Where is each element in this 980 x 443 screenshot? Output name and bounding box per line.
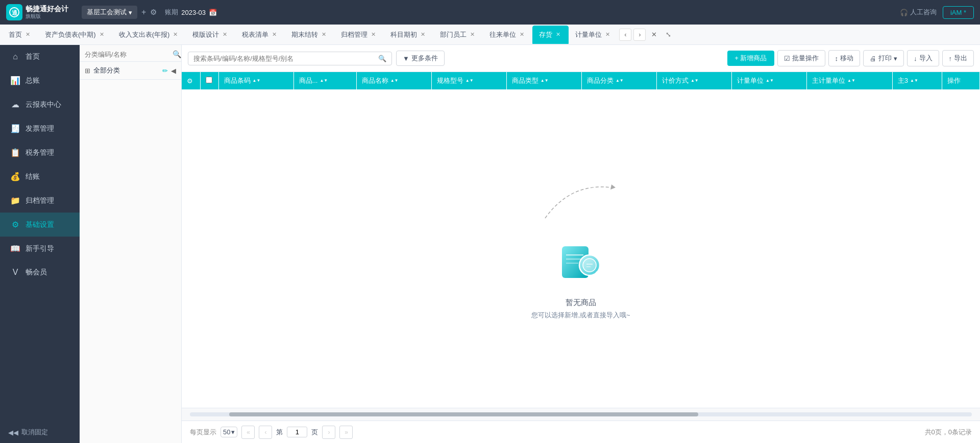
tab-balance-sheet-close[interactable]: ✕ — [98, 31, 106, 38]
th-type: 商品类型 ▲▼ — [506, 72, 581, 89]
company-selector[interactable]: 基层工会测试 ▾ — [82, 6, 137, 19]
tab-subject-close[interactable]: ✕ — [419, 31, 427, 38]
filter-button[interactable]: ▼ 更多条件 — [396, 51, 445, 66]
page-size-select[interactable]: 50 ▾ — [220, 427, 237, 437]
sidebar-item-home[interactable]: ⌂ 首页 — [0, 45, 80, 68]
account-button[interactable]: iAM * — [943, 6, 974, 19]
sidebar-collapse-button[interactable]: ◀◀ 取消固定 — [0, 422, 80, 443]
sidebar-item-cloud-report[interactable]: ☁ 云报表中心 — [0, 92, 80, 116]
sidebar-item-archive[interactable]: 📁 归档管理 — [0, 189, 80, 213]
main-layout: ⌂ 首页 📊 总账 ☁ 云报表中心 🧾 发票管理 📋 税务管理 💰 结账 📁 归… — [0, 45, 980, 443]
export-button[interactable]: ↑ 导出 — [942, 50, 974, 66]
tab-income[interactable]: 收入支出表(年报) ✕ — [112, 26, 186, 44]
category-search-box: 🔍 — [80, 45, 181, 62]
category-search-icon[interactable]: 🔍 — [173, 50, 181, 58]
tab-unit-close[interactable]: ✕ — [604, 31, 611, 38]
tab-subject[interactable]: 科目期初 ✕ — [384, 26, 433, 44]
tab-home-close[interactable]: ✕ — [24, 31, 32, 38]
sidebar-item-invoice[interactable]: 🧾 发票管理 — [0, 116, 80, 141]
tab-archive[interactable]: 归档管理 ✕ — [334, 26, 384, 44]
th-unit-sort[interactable]: ▲▼ — [766, 79, 774, 83]
content-area: 🔍 ⊞ 全部分类 ✏ ◀ 🔍 ▼ — [80, 45, 980, 443]
th-spec-sort[interactable]: ▲▼ — [465, 79, 474, 83]
select-all-checkbox[interactable] — [206, 77, 212, 83]
th-main-unit-sort[interactable]: ▲▼ — [847, 79, 855, 83]
move-button[interactable]: ↕ 移动 — [828, 50, 861, 66]
th-type-sort[interactable]: ▲▼ — [541, 79, 549, 83]
th-settings[interactable]: ⚙ — [182, 72, 200, 89]
tab-template-label: 模版设计 — [192, 30, 219, 39]
next-page-button[interactable]: › — [322, 426, 335, 439]
th-name-sort[interactable]: ▲▼ — [390, 79, 399, 83]
prev-page-button[interactable]: ‹ — [259, 426, 272, 439]
tab-income-close[interactable]: ✕ — [172, 31, 179, 38]
page-input[interactable] — [287, 427, 307, 437]
first-page-button[interactable]: « — [241, 426, 255, 439]
tab-expand-button[interactable]: ⤡ — [662, 29, 674, 41]
tab-inventory[interactable]: 存货 ✕ — [532, 26, 569, 44]
tab-inventory-close[interactable]: ✕ — [554, 31, 562, 38]
tab-tax-list-close[interactable]: ✕ — [271, 31, 278, 38]
tab-template[interactable]: 模版设计 ✕ — [186, 26, 235, 44]
category-collapse-icon[interactable]: ◀ — [171, 67, 176, 75]
help-button[interactable]: 🎧 人工咨询 — [900, 8, 937, 17]
sidebar-item-member[interactable]: V 畅会员 — [0, 261, 80, 284]
tab-period-close[interactable]: 期末结转 ✕ — [285, 26, 334, 44]
category-search-input[interactable] — [85, 51, 170, 58]
add-tab-icon[interactable]: + — [141, 8, 146, 17]
sidebar-item-guide[interactable]: 📖 新手引导 — [0, 237, 80, 261]
last-page-button[interactable]: » — [339, 426, 353, 439]
sidebar-item-archive-label: 归档管理 — [26, 196, 54, 205]
th-barcode-sort[interactable]: ▲▼ — [253, 79, 261, 83]
product-search-icon[interactable]: 🔍 — [378, 55, 386, 62]
th-price-method-label: 计价方式 — [662, 76, 689, 85]
tab-dept-close[interactable]: ✕ — [469, 31, 476, 38]
tab-archive-close[interactable]: ✕ — [370, 31, 377, 38]
tab-contacts-close[interactable]: ✕ — [518, 31, 526, 38]
tab-dept[interactable]: 部门员工 ✕ — [433, 26, 483, 44]
th-code-sort[interactable]: ▲▼ — [320, 79, 328, 83]
batch-icon: ☑ — [784, 55, 790, 62]
th-col3-label: 主3 — [898, 76, 908, 85]
tab-prev-button[interactable]: ‹ — [619, 29, 631, 41]
batch-button[interactable]: ☑ 批量操作 — [777, 50, 825, 66]
sidebar-item-close-period[interactable]: 💰 结账 — [0, 165, 80, 189]
calendar-icon[interactable]: 📅 — [209, 9, 217, 16]
sidebar-item-settings[interactable]: ⚙ 基础设置 — [0, 213, 80, 237]
tab-period-close-close[interactable]: ✕ — [320, 31, 328, 38]
th-col3-sort[interactable]: ▲▼ — [910, 79, 918, 83]
tab-unit[interactable]: 计量单位 ✕ — [569, 26, 618, 44]
settings-icon[interactable]: ⚙ — [150, 8, 157, 17]
empty-arrow-decoration — [530, 177, 632, 228]
tab-income-label: 收入支出表(年报) — [119, 30, 170, 39]
category-edit-icon[interactable]: ✏ — [162, 67, 168, 75]
th-name-label: 商品名称 — [362, 76, 388, 85]
tab-next-button[interactable]: › — [633, 29, 646, 41]
filter-icon: ▼ — [403, 55, 409, 62]
tab-contacts[interactable]: 往来单位 ✕ — [483, 26, 532, 44]
tab-template-close[interactable]: ✕ — [221, 31, 229, 38]
th-price-method-sort[interactable]: ▲▼ — [691, 79, 699, 83]
th-spec-label: 规格型号 — [437, 76, 463, 85]
tax-icon: 📋 — [10, 148, 20, 157]
print-button[interactable]: 🖨 打印 ▾ — [863, 50, 904, 66]
tab-tax-list[interactable]: 税表清单 ✕ — [235, 26, 285, 44]
import-label: 导入 — [919, 54, 933, 63]
sidebar-item-close-period-label: 结账 — [26, 172, 40, 181]
move-icon: ↕ — [835, 55, 839, 62]
product-search-input[interactable] — [193, 55, 376, 62]
sidebar-item-ledger[interactable]: 📊 总账 — [0, 68, 80, 92]
tab-home[interactable]: 首页 ✕ — [2, 26, 38, 44]
home-icon: ⌂ — [10, 52, 20, 61]
import-button[interactable]: ↓ 导入 — [907, 50, 939, 66]
add-product-button[interactable]: + 新增商品 — [727, 51, 774, 66]
sidebar-item-home-label: 首页 — [26, 52, 40, 61]
horizontal-scrollbar[interactable] — [182, 408, 980, 421]
th-category-sort[interactable]: ▲▼ — [616, 79, 624, 83]
headset-icon: 🎧 — [900, 9, 908, 16]
th-checkbox[interactable] — [200, 72, 218, 89]
sidebar-item-tax[interactable]: 📋 税务管理 — [0, 141, 80, 165]
tab-balance-sheet[interactable]: 资产负债表(中期) ✕ — [38, 26, 112, 44]
tab-close-all-button[interactable]: ✕ — [648, 29, 660, 41]
table-scroll-container[interactable]: ⚙ 商品条码 ▲▼ — [182, 72, 980, 408]
